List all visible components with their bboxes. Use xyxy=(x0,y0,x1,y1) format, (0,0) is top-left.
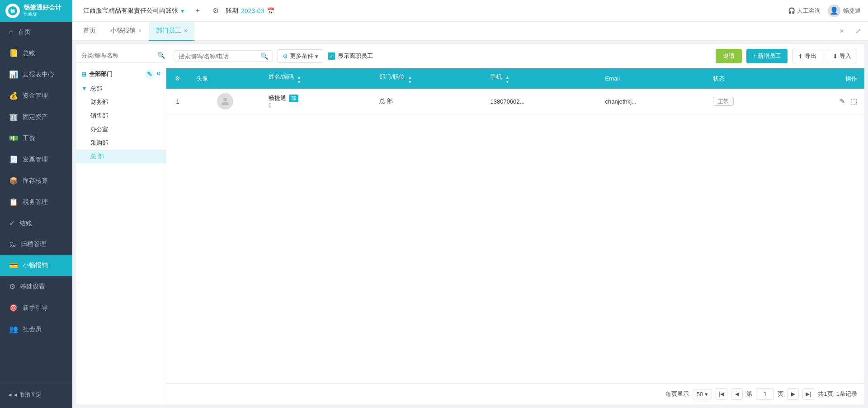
first-page-button[interactable]: |◀ xyxy=(716,388,727,400)
main-layout: ⌂ 首页 📒 总账 📊 云报表中心 💰 资金管理 🏢 固定资产 💵 工资 🧾 发… xyxy=(0,22,868,408)
customer-service-button[interactable]: 🎧 人工咨询 xyxy=(788,7,821,15)
dept-type-badge: 部 xyxy=(289,95,298,102)
search-icon[interactable]: 🔍 xyxy=(260,52,268,60)
row-phone: 138070602... xyxy=(483,89,598,114)
sort-dept-icon: ▲▼ xyxy=(408,75,412,84)
export-button[interactable]: ⬆ 导出 xyxy=(792,49,822,63)
col-phone[interactable]: 手机 ▲▼ xyxy=(483,68,598,89)
tab-bar: 首页 小畅报销 × 部门员工 × × ⤢ xyxy=(72,22,868,41)
name-badge: 畅捷通 部 xyxy=(269,94,365,102)
expand-arrow-icon: ▼ xyxy=(81,85,87,92)
invoice-icon: 🧾 xyxy=(9,155,18,164)
svg-text:畅: 畅 xyxy=(10,9,15,14)
content-area: 首页 小畅报销 × 部门员工 × × ⤢ 🔍 xyxy=(72,22,868,408)
sidebar-item-guide[interactable]: 🎯 新手引导 xyxy=(0,297,72,318)
dept-node-sales[interactable]: 销售部 xyxy=(76,109,166,123)
period-info: 账期 2023-03 📅 xyxy=(226,7,274,15)
sort-name-icon: ▲▼ xyxy=(297,75,301,84)
page-label: 第 xyxy=(746,390,752,398)
settings-icon[interactable]: ⚙ xyxy=(209,5,222,17)
sidebar-item-ledger[interactable]: 📒 总账 xyxy=(0,43,72,64)
edit-dept-icon[interactable]: ✎ xyxy=(145,69,155,79)
expand-button[interactable]: ⤢ xyxy=(852,25,864,38)
logout-button[interactable]: ⬚ xyxy=(851,97,857,105)
search-box: 🔍 xyxy=(174,50,273,62)
dept-search-input[interactable] xyxy=(81,52,157,59)
dept-node-hq[interactable]: ▼ 总部 xyxy=(76,82,166,95)
tab-expense-close[interactable]: × xyxy=(138,28,142,34)
dept-node-general[interactable]: 总 部 xyxy=(76,150,166,163)
sidebar-item-social[interactable]: 👥 社会员 xyxy=(0,318,72,340)
unpin-button[interactable]: ◄◄ 取消固定 xyxy=(0,388,72,403)
sidebar-item-close[interactable]: ✓ 结账 xyxy=(0,213,72,234)
sidebar-label-social: 社会员 xyxy=(23,325,42,333)
dept-node-purchase[interactable]: 采购部 xyxy=(76,136,166,150)
show-resigned-checkbox[interactable]: ✓ xyxy=(328,52,335,60)
expense-icon: 💳 xyxy=(9,261,18,270)
add-button[interactable]: ＋ xyxy=(191,5,204,17)
dept-search-icon[interactable]: 🔍 xyxy=(157,52,165,59)
tab-expense[interactable]: 小畅报销 × xyxy=(103,22,149,41)
dept-node-finance[interactable]: 财务部 xyxy=(76,95,166,109)
col-dept-pos[interactable]: 部门/职位 ▲▼ xyxy=(372,68,483,89)
sidebar-item-archive[interactable]: 🗂 归档管理 xyxy=(0,234,72,255)
col-name-code[interactable]: 姓名/编码 ▲▼ xyxy=(261,68,372,89)
sidebar-label-funds: 资金管理 xyxy=(23,92,48,100)
sidebar-label-inventory: 库存核算 xyxy=(23,177,48,185)
tab-home[interactable]: 首页 xyxy=(76,22,103,41)
employees-table: ⚙ 头像 姓名/编码 ▲▼ 部门/职位 xyxy=(166,68,864,114)
edit-button[interactable]: ✎ xyxy=(840,97,845,105)
emp-table: ⚙ 头像 姓名/编码 ▲▼ 部门/职位 xyxy=(166,68,864,383)
header-actions: ＋ ⚙ xyxy=(191,5,222,17)
sidebar-item-assets[interactable]: 🏢 固定资产 xyxy=(0,106,72,128)
prev-page-button[interactable]: ◀ xyxy=(731,388,743,400)
filter-button[interactable]: ⚙ 更多条件 ▾ xyxy=(278,49,323,63)
action-buttons: ✎ ⬚ xyxy=(796,97,857,105)
sidebar-label-close: 结账 xyxy=(19,219,32,228)
search-input[interactable] xyxy=(179,53,258,60)
per-page-select[interactable]: 50 ▾ xyxy=(693,389,712,399)
calendar-icon[interactable]: 📅 xyxy=(267,7,274,14)
tab-dept-employee[interactable]: 部门员工 × xyxy=(149,22,194,41)
payroll-icon: 💵 xyxy=(9,134,18,142)
sidebar-item-reports[interactable]: 📊 云报表中心 xyxy=(0,64,72,85)
col-action: 操作 xyxy=(789,68,864,89)
tab-dept-employee-close[interactable]: × xyxy=(184,28,187,34)
dept-node-office[interactable]: 办公室 xyxy=(76,123,166,136)
sidebar-item-payroll[interactable]: 💵 工资 xyxy=(0,128,72,149)
import-button[interactable]: ⬇ 导入 xyxy=(827,49,857,63)
last-page-button[interactable]: ▶| xyxy=(802,388,814,400)
invite-button[interactable]: 邀请 xyxy=(716,49,742,63)
col-settings[interactable]: ⚙ xyxy=(166,68,189,89)
chevron-down-icon: ▾ xyxy=(181,7,184,14)
close-period-icon: ✓ xyxy=(9,219,15,228)
sidebar-item-funds[interactable]: 💰 资金管理 xyxy=(0,85,72,106)
user-info[interactable]: 👤 畅捷通 xyxy=(828,5,861,17)
next-page-button[interactable]: ▶ xyxy=(787,388,799,400)
dept-tree-header: ⊞ 全部部门 ✎ « xyxy=(76,66,166,82)
add-employee-button[interactable]: + 新增员工 xyxy=(746,49,788,63)
sidebar-item-basic[interactable]: ⚙ 基础设置 xyxy=(0,276,72,297)
dept-tree-actions: ✎ « xyxy=(145,69,160,79)
close-tab-button[interactable]: × xyxy=(835,25,848,38)
sidebar-label-ledger: 总账 xyxy=(23,49,35,57)
filter-arrow-icon: ▾ xyxy=(315,53,318,60)
page-number-input[interactable] xyxy=(756,388,774,400)
show-resigned-toggle[interactable]: ✓ 显示离职员工 xyxy=(328,52,373,60)
top-header: 畅 畅捷通好会计 旗舰版 江西服宝精品有限责任公司内账张 ▾ ＋ ⚙ 账期 20… xyxy=(0,0,868,22)
col-status: 状态 xyxy=(706,68,789,89)
collapse-icon[interactable]: « xyxy=(156,69,160,79)
show-resigned-label: 显示离职员工 xyxy=(338,52,373,60)
sidebar-label-home: 首页 xyxy=(18,28,31,36)
sidebar-item-expense[interactable]: 💳 小畅报销 xyxy=(0,255,72,276)
sidebar-item-tax[interactable]: 📋 税务管理 xyxy=(0,191,72,213)
sidebar-bottom: ◄◄ 取消固定 xyxy=(0,382,72,408)
logo-sub: 旗舰版 xyxy=(24,11,61,18)
sidebar-item-invoice[interactable]: 🧾 发票管理 xyxy=(0,149,72,170)
export-label: 导出 xyxy=(805,52,816,60)
sidebar-item-home[interactable]: ⌂ 首页 xyxy=(0,22,72,43)
sidebar-item-inventory[interactable]: 📦 库存核算 xyxy=(0,170,72,191)
sidebar-label-payroll: 工资 xyxy=(23,134,35,142)
toolbar-right: 邀请 + 新增员工 ⬆ 导出 ⬇ 导入 xyxy=(716,49,857,63)
company-selector[interactable]: 江西服宝精品有限责任公司内账张 ▾ xyxy=(83,7,184,15)
